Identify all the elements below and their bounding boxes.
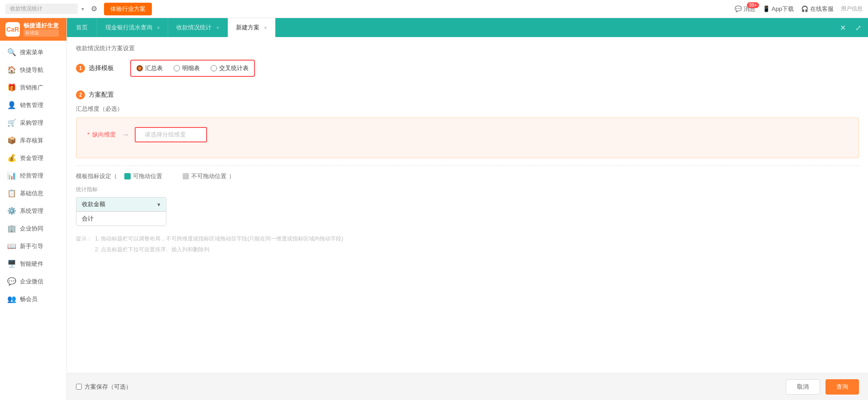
template-option-cross[interactable]: 交叉统计表	[211, 64, 249, 72]
page-title: 收款情况统计方案设置	[76, 44, 859, 52]
sidebar-item-quick-nav[interactable]: 🏠 快捷导航	[0, 61, 66, 79]
step1-header: 1 选择模板 汇总表 明细表 交叉统计表	[76, 60, 859, 77]
sidebar-label-finance: 资金管理	[20, 154, 43, 162]
no-draggable-label: 不可拖动位置	[191, 172, 226, 180]
save-option-label: 方案保存（可选）	[85, 383, 132, 391]
tab-bank-label: 现金银行流水查询	[105, 24, 152, 32]
sidebar-item-operation[interactable]: 📊 经营管理	[0, 167, 66, 184]
save-checkbox[interactable]	[76, 384, 82, 390]
sidebar-label-inventory: 库存核算	[20, 136, 43, 145]
sidebar-item-base[interactable]: 📋 基础信息	[0, 184, 66, 202]
stat-section-label: 统计指标	[76, 186, 859, 193]
notification-badge: 99+	[747, 2, 759, 8]
logo-tag: 标准版	[24, 29, 59, 37]
sidebar-item-inventory[interactable]: 📦 库存核算	[0, 132, 66, 149]
template-cross-label: 交叉统计表	[219, 64, 249, 72]
stat-table-header[interactable]: 收款金额 ▾	[76, 198, 166, 212]
indicator-separator	[170, 172, 175, 180]
query-button[interactable]: 查询	[826, 379, 859, 395]
sidebar-label-guide: 新手引导	[20, 242, 43, 250]
tip2-text: 2. 点击标题栏下拉可设置排序、插入列和删除列	[95, 244, 209, 255]
tab-receipt-close[interactable]: ×	[216, 25, 219, 30]
logo-text-area: 畅捷通好生意 标准版	[24, 22, 59, 37]
tip2-line: 2. 点击标题栏下拉可设置排序、插入列和删除列	[76, 244, 859, 255]
money-icon: 💰	[7, 154, 16, 162]
tab-bar-right: ✕ ⤢	[836, 18, 868, 37]
download-link[interactable]: 📱 App下载	[763, 5, 794, 13]
logo-area: CaR 畅捷通好生意 标准版	[0, 18, 66, 41]
no-drag-legend: 不可拖动位置 ）	[183, 172, 235, 180]
home-icon: 🏠	[7, 66, 16, 74]
arrow-icon: ▾	[81, 6, 84, 12]
draggable-label: 可拖动位置	[133, 172, 162, 180]
sidebar-item-purchase[interactable]: 🛒 采购管理	[0, 114, 66, 132]
tips-area: 提示： 1. 拖动标题栏可以调整布局，不可跨维度或指标区域拖动目字段(只能在同一…	[76, 233, 859, 255]
indicator-settings-label: 模板指标设定（	[76, 172, 117, 180]
sidebar-item-hardware[interactable]: 🖥️ 智能硬件	[0, 255, 66, 273]
logo-text: 畅捷通好生意	[24, 22, 59, 30]
dimension-select[interactable]: 请选择分组维度	[135, 127, 207, 142]
download-icon: 📱	[763, 5, 770, 12]
sidebar-label-search: 搜索菜单	[20, 48, 43, 56]
save-option[interactable]: 方案保存（可选）	[76, 383, 132, 391]
message-icon: 💬	[735, 5, 742, 12]
sidebar-label-enterprise: 企业协同	[20, 225, 43, 233]
tab-close-window-btn[interactable]: ✕	[836, 21, 849, 34]
tab-bank[interactable]: 现金银行流水查询 ×	[97, 18, 168, 37]
dimension-title: 汇总维度（必选）	[76, 105, 859, 113]
sidebar: CaR 畅捷通好生意 标准版 🔍 搜索菜单 🏠 快捷导航 🎁 营销推广 👤	[0, 18, 67, 400]
chart-icon: 📊	[7, 171, 16, 180]
step2-title: 方案配置	[89, 91, 114, 99]
sidebar-nav: 🔍 搜索菜单 🏠 快捷导航 🎁 营销推广 👤 销售管理 🛒 采购管理 📦	[0, 41, 66, 400]
tab-bar: 首页 现金银行流水查询 × 收款情况统计 × 新建方案 × ✕ ⤢	[67, 18, 868, 37]
cancel-button[interactable]: 取消	[786, 379, 820, 395]
config-section: 汇总维度（必选） * 纵向维度 → 请选择分组维度	[76, 105, 859, 255]
tab-home-label: 首页	[76, 24, 88, 32]
tab-home[interactable]: 首页	[67, 18, 97, 37]
sidebar-label-marketing: 营销推广	[20, 84, 43, 92]
sidebar-item-system[interactable]: ⚙️ 系统管理	[0, 202, 66, 220]
sidebar-item-guide[interactable]: 📖 新手引导	[0, 237, 66, 255]
content-area: 收款情况统计方案设置 1 选择模板 汇总表 明细表	[67, 37, 868, 373]
tab-receipt-label: 收款情况统计	[176, 24, 212, 32]
notification-area[interactable]: 💬 消息 99+	[735, 5, 755, 13]
sidebar-item-wechat[interactable]: 💬 企业微信	[0, 273, 66, 290]
sidebar-label-quick-nav: 快捷导航	[20, 66, 43, 74]
arrow-right-icon: →	[122, 131, 129, 139]
tab-new-close[interactable]: ×	[264, 25, 267, 30]
no-drag-indicator	[183, 173, 189, 179]
tab-new[interactable]: 新建方案 ×	[228, 18, 275, 37]
tip1-line: 提示： 1. 拖动标题栏可以调整布局，不可跨维度或指标区域拖动目字段(只能在同一…	[76, 233, 859, 244]
sidebar-item-member[interactable]: 👥 畅会员	[0, 290, 66, 308]
tab-expand-btn[interactable]: ⤢	[852, 21, 864, 34]
sidebar-item-enterprise[interactable]: 🏢 企业协同	[0, 220, 66, 237]
service-icon: 🎧	[801, 5, 808, 12]
step1-title: 选择模板	[89, 64, 114, 72]
sidebar-label-purchase: 采购管理	[20, 119, 43, 127]
template-option-detail[interactable]: 明细表	[174, 64, 200, 72]
sidebar-item-search[interactable]: 🔍 搜索菜单	[0, 43, 66, 61]
template-detail-label: 明细表	[182, 64, 200, 72]
tab-receipt[interactable]: 收款情况统计 ×	[168, 18, 227, 37]
stat-table-cell-total: 合计	[76, 212, 166, 226]
tip-spacer	[76, 244, 92, 255]
sidebar-item-sales[interactable]: 👤 销售管理	[0, 96, 66, 114]
footer: 方案保存（可选） 取消 查询	[67, 373, 868, 400]
template-option-summary[interactable]: 汇总表	[137, 64, 163, 72]
radio-summary[interactable]	[137, 65, 143, 71]
step1-number: 1	[76, 64, 85, 73]
tab-new-label: 新建方案	[236, 24, 259, 32]
building-icon: 🏢	[7, 224, 16, 233]
sidebar-item-finance[interactable]: 💰 资金管理	[0, 149, 66, 167]
sidebar-item-marketing[interactable]: 🎁 营销推广	[0, 79, 66, 96]
main-panel: 首页 现金银行流水查询 × 收款情况统计 × 新建方案 × ✕ ⤢ 收款情况统计…	[67, 18, 868, 400]
trial-button[interactable]: 体验行业方案	[104, 3, 152, 15]
radio-detail[interactable]	[174, 65, 180, 71]
radio-cross[interactable]	[211, 65, 217, 71]
service-link[interactable]: 🎧 在线客服	[801, 5, 834, 13]
settings-button[interactable]: ⚙	[88, 3, 100, 15]
template-summary-label: 汇总表	[145, 64, 163, 72]
tab-bank-close[interactable]: ×	[157, 25, 160, 30]
step1-section: 1 选择模板 汇总表 明细表 交叉统计表	[76, 60, 859, 82]
stat-table: 收款金额 ▾ 合计	[76, 197, 166, 226]
